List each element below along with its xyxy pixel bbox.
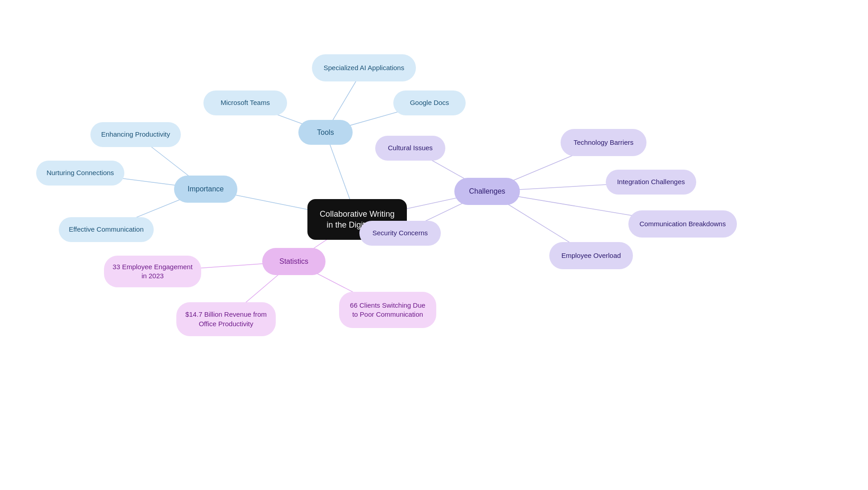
svg-line-4 [206,189,357,219]
svg-line-15 [294,219,357,262]
svg-line-1 [326,68,364,133]
svg-line-14 [400,191,487,233]
svg-line-2 [245,103,326,133]
svg-line-3 [326,103,429,133]
svg-line-5 [136,135,206,190]
mind-map [0,0,868,490]
svg-line-12 [487,191,683,224]
svg-line-8 [357,191,487,219]
svg-line-11 [487,182,651,192]
svg-line-16 [153,262,294,271]
svg-line-9 [410,148,487,192]
svg-line-13 [487,191,591,256]
svg-line-7 [106,189,206,230]
svg-line-0 [326,133,357,220]
svg-line-17 [226,262,294,319]
svg-line-10 [487,143,604,191]
svg-line-6 [80,173,206,190]
svg-line-18 [294,262,388,310]
